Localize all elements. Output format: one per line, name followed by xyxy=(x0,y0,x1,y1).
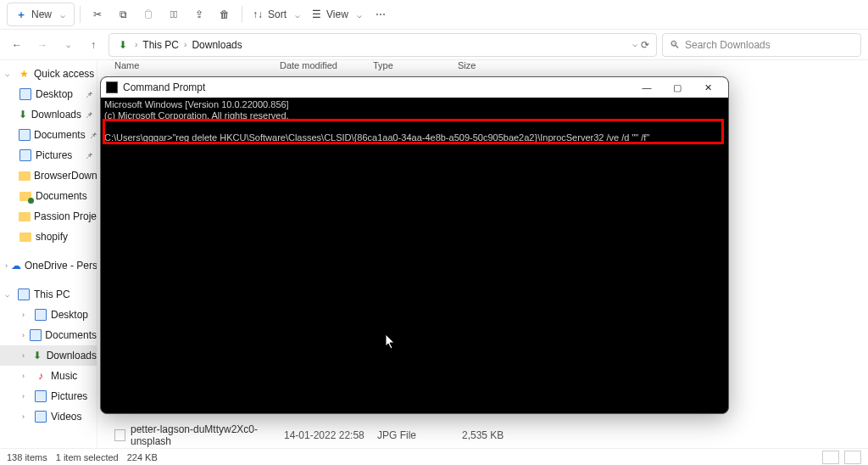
rename-icon: ✎⃞ xyxy=(170,8,178,20)
breadcrumb-thispc[interactable]: This PC xyxy=(142,39,179,51)
delete-icon: 🗑︎ xyxy=(220,8,230,20)
pin-icon: 📌︎ xyxy=(89,131,97,140)
sidebar-item-browserdl[interactable]: BrowserDownlo xyxy=(0,165,97,186)
columns-header[interactable]: Name Date modified Type Size xyxy=(97,60,868,77)
chevron-right-icon: › xyxy=(135,40,137,49)
maximize-button[interactable]: ▢ xyxy=(662,77,693,98)
sidebar-item-label: Desktop xyxy=(51,309,88,321)
file-row[interactable]: petter-lagson-duMttyw2Xc0-unsplash 14-01… xyxy=(114,426,547,445)
folder-icon xyxy=(19,171,31,181)
sidebar-item-passion[interactable]: Passion Project xyxy=(0,206,97,227)
sidebar-pc-videos[interactable]: ›Videos xyxy=(0,406,97,427)
command-prompt-window[interactable]: Command Prompt — ▢ ✕ Microsoft Windows [… xyxy=(100,76,729,414)
file-type: JPG File xyxy=(377,429,462,441)
view-details-button[interactable] xyxy=(822,451,839,464)
chevron-down-icon[interactable]: ⌵ xyxy=(632,39,637,51)
downloads-icon: ⬇ xyxy=(116,38,130,52)
file-size: 2,535 KB xyxy=(462,429,547,441)
sidebar-item-label: Downloads xyxy=(31,109,81,120)
sidebar-item-pictures[interactable]: Pictures📌︎ xyxy=(0,145,97,165)
quick-access-label: Quick access xyxy=(34,68,94,80)
minimize-button[interactable]: — xyxy=(632,77,662,98)
cut-button[interactable]: ✂ xyxy=(86,3,109,26)
search-placeholder: Search Downloads xyxy=(685,39,771,51)
sidebar-item-documents2[interactable]: Documents xyxy=(0,186,97,206)
folder-icon xyxy=(19,192,31,201)
sidebar-item-documents[interactable]: Documents📌︎ xyxy=(0,125,97,145)
desktop-icon xyxy=(35,309,47,321)
cmd-terminal[interactable]: Microsoft Windows [Version 10.0.22000.85… xyxy=(101,98,728,413)
status-size: 224 KB xyxy=(127,452,158,462)
sidebar-item-label: Desktop xyxy=(36,88,73,100)
documents-icon xyxy=(19,129,31,141)
sidebar-item-label: Passion Project xyxy=(34,210,97,222)
share-button[interactable]: ⇪ xyxy=(187,3,211,26)
recent-dropdown[interactable]: ⌵ xyxy=(58,35,78,55)
col-size[interactable]: Size xyxy=(458,60,542,77)
sidebar-pc-desktop[interactable]: ›Desktop xyxy=(0,305,97,325)
sidebar-item-label: Documents xyxy=(34,129,86,141)
search-box[interactable]: 🔍︎ Search Downloads xyxy=(662,33,861,57)
sidebar-item-downloads[interactable]: ⬇Downloads📌︎ xyxy=(0,104,97,125)
folder-icon xyxy=(19,232,31,242)
forward-button[interactable]: → xyxy=(32,35,53,55)
sort-button[interactable]: ↑↓ Sort xyxy=(248,3,305,26)
sidebar-item-label: Videos xyxy=(51,411,81,423)
close-button[interactable]: ✕ xyxy=(693,77,723,98)
breadcrumb-downloads[interactable]: Downloads xyxy=(192,39,242,51)
more-button[interactable]: ⋯ xyxy=(369,3,392,26)
delete-button[interactable]: 🗑︎ xyxy=(213,3,236,26)
cmd-titlebar[interactable]: Command Prompt — ▢ ✕ xyxy=(101,77,728,98)
refresh-button[interactable]: ⟳ xyxy=(641,39,649,51)
sidebar-item-label: shopify xyxy=(36,231,68,243)
address-actions: ⌵ ⟳ xyxy=(632,39,649,51)
cmd-line1: Microsoft Windows [Version 10.0.22000.85… xyxy=(104,99,289,109)
star-icon: ★ xyxy=(17,67,31,81)
view-label: View xyxy=(326,8,348,20)
col-name[interactable]: Name xyxy=(97,60,280,77)
col-type[interactable]: Type xyxy=(373,60,458,77)
copy-button[interactable]: ⧉ xyxy=(111,3,135,26)
sidebar-quick-access[interactable]: ⌵★Quick access xyxy=(0,64,97,84)
sidebar-pc-music[interactable]: ›♪Music xyxy=(0,366,97,386)
svg-marker-0 xyxy=(386,334,394,349)
status-items: 138 items xyxy=(7,452,47,462)
new-button[interactable]: ＋ New xyxy=(7,3,75,26)
videos-icon xyxy=(35,411,47,423)
new-label: New xyxy=(31,8,52,20)
up-button[interactable]: ↑ xyxy=(83,35,103,55)
music-icon: ♪ xyxy=(34,369,47,383)
mouse-cursor xyxy=(386,334,396,350)
copy-icon: ⧉ xyxy=(120,8,127,20)
pictures-icon xyxy=(19,149,31,161)
file-date: 14-01-2022 22:58 xyxy=(284,429,377,441)
sidebar-item-label: Documents xyxy=(45,329,97,341)
sidebar-item-shopify[interactable]: shopify xyxy=(0,227,97,247)
view-button[interactable]: ☰ View xyxy=(307,3,367,26)
sidebar: ⌵★Quick access Desktop📌︎ ⬇Downloads📌︎ Do… xyxy=(0,60,97,448)
col-date[interactable]: Date modified xyxy=(280,60,373,77)
share-icon: ⇪ xyxy=(195,8,203,20)
separator xyxy=(242,6,242,23)
search-icon: 🔍︎ xyxy=(670,39,680,51)
downloads-icon: ⬇ xyxy=(32,349,43,362)
back-button[interactable]: ← xyxy=(7,35,27,55)
view-icons-button[interactable] xyxy=(844,451,861,464)
file-name: petter-lagson-duMttyw2Xc0-unsplash xyxy=(131,423,284,447)
sidebar-thispc[interactable]: ⌵This PC xyxy=(0,284,97,305)
folder-icon xyxy=(19,212,31,221)
sidebar-pc-downloads[interactable]: ›⬇Downloads xyxy=(0,345,97,366)
sidebar-item-label: Downloads xyxy=(47,350,97,361)
view-icon: ☰ xyxy=(312,8,321,20)
pin-icon: 📌︎ xyxy=(85,110,93,120)
rename-button[interactable]: ✎⃞ xyxy=(162,3,186,26)
paste-button[interactable]: 📋︎ xyxy=(136,3,160,26)
sidebar-pc-pictures[interactable]: ›Pictures xyxy=(0,386,97,406)
sidebar-item-desktop[interactable]: Desktop📌︎ xyxy=(0,84,97,104)
pictures-icon xyxy=(35,390,47,402)
thispc-label: This PC xyxy=(34,289,70,300)
sidebar-pc-documents[interactable]: ›Documents xyxy=(0,325,97,345)
documents-icon xyxy=(30,329,42,341)
address-bar[interactable]: ⬇ › This PC › Downloads ⌵ ⟳ xyxy=(108,33,657,57)
sidebar-onedrive[interactable]: ›☁OneDrive - Perso xyxy=(0,255,97,276)
